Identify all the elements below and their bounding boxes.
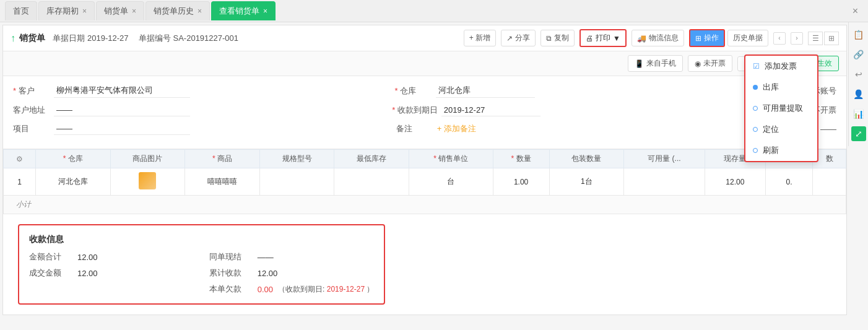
- overdue-note: （收款到期日: 2019-12-27 ）: [278, 284, 374, 295]
- doc-icon: ↑: [11, 33, 15, 44]
- table-section: ⚙ * 仓库 商品图片 * 商品 规格型号 最低库存 * 销售单位 * 数量 包…: [3, 149, 846, 214]
- view-toggle: ☰ ⊞: [808, 32, 839, 45]
- header-bar: ↑ 销货单 单据日期 2019-12-27 单据编号 SA-20191227-0…: [3, 25, 846, 51]
- share-icon: ↗: [506, 34, 513, 43]
- add-note-button[interactable]: + 添加备注: [437, 123, 476, 134]
- row-available: [624, 168, 705, 196]
- tab-inventory-label: 库存期初: [46, 6, 79, 17]
- print-button[interactable]: 🖨 打印 ▼: [579, 29, 627, 47]
- print-dropdown-icon: ▼: [613, 34, 620, 43]
- overdue-value: 0.00: [258, 285, 273, 294]
- tab-sales[interactable]: 销货单 ×: [96, 1, 144, 20]
- settlement-value: ——: [258, 253, 274, 262]
- tab-home[interactable]: 首页: [5, 1, 37, 20]
- col-pack-qty: 包装数量: [549, 150, 624, 168]
- outline-dot-icon-1: [753, 106, 758, 111]
- history-tab[interactable]: 历史单据: [727, 30, 768, 46]
- next-button[interactable]: ›: [791, 32, 803, 45]
- sales-person-value: ——: [820, 124, 836, 134]
- tab-sales-history-label: 销货单历史: [154, 6, 194, 17]
- nav-tabs: ⊞ 操作 历史单据: [689, 29, 768, 47]
- meta-info: 单据日期 2019-12-27 单据编号 SA-20191227-001: [53, 33, 238, 44]
- tab-sales-history[interactable]: 销货单历史 ×: [145, 1, 210, 20]
- row-qty: 1.00: [493, 168, 549, 196]
- position-item[interactable]: 定位: [745, 119, 817, 140]
- transaction-row: 成交金额 12.00: [29, 267, 194, 279]
- spacer: [29, 284, 194, 295]
- col-gear[interactable]: ⚙: [4, 150, 36, 168]
- grid-icon: ⊞: [695, 34, 701, 43]
- sidebar-icon-user[interactable]: 👤: [851, 87, 866, 102]
- operation-tab[interactable]: ⊞ 操作: [689, 29, 725, 47]
- row-warehouse: 河北仓库: [35, 168, 110, 196]
- overdue-date: 2019-12-27: [327, 285, 365, 293]
- note-label: 备注: [396, 123, 433, 134]
- available-qty-item[interactable]: 可用量提取: [745, 98, 817, 119]
- close-all-button[interactable]: ×: [848, 6, 863, 17]
- tab-check-sales[interactable]: 查看销货单 ×: [211, 1, 276, 20]
- project-label: 项目: [13, 123, 50, 134]
- row-unit: 台: [409, 168, 493, 196]
- amount-total-row: 金额合计 12.00: [29, 251, 194, 263]
- tab-sales-label: 销货单: [104, 6, 128, 17]
- overdue-row: 本单欠款 0.00 （收款到期日: 2019-12-27 ）: [209, 284, 375, 295]
- address-group: 客户地址 ——: [13, 104, 392, 116]
- customer-group: * 客户 柳州粤港平安气体有限公司: [13, 84, 395, 98]
- doc-title-text: 销货单: [19, 33, 45, 44]
- phone-icon: 📱: [635, 59, 644, 68]
- sidebar-icon-clipboard[interactable]: 📋: [851, 27, 866, 42]
- truck-icon: 🚚: [637, 34, 646, 43]
- add-invoice-item[interactable]: ☑ 添加发票: [745, 56, 817, 77]
- row-min-stock: [334, 168, 409, 196]
- date-label: 单据日期 2019-12-27: [53, 33, 129, 44]
- payment-date-value: 2019-12-27: [441, 104, 540, 116]
- subtotal-row: 小计: [4, 196, 846, 214]
- payment-date-label: * 收款到期日: [392, 105, 438, 116]
- logistics-button[interactable]: 🚚 物流信息: [631, 30, 684, 46]
- tab-inventory[interactable]: 库存期初 ×: [38, 1, 95, 20]
- available-qty-label: 可用量提取: [763, 103, 803, 114]
- list-view-button[interactable]: ☰: [808, 32, 823, 45]
- tab-check-sales-label: 查看销货单: [219, 6, 259, 17]
- share-button[interactable]: ↗ 分享: [501, 30, 536, 46]
- grid-view-button[interactable]: ⊞: [824, 32, 839, 45]
- table-row: 1 河北仓库 嘻嘻嘻嘻 台 1.00 1台 12.00 0.: [4, 168, 846, 196]
- outline-dot-icon-2: [753, 127, 758, 132]
- tab-sales-history-close[interactable]: ×: [197, 7, 202, 15]
- sidebar-icon-expand[interactable]: ⤢: [851, 126, 866, 141]
- amount-total-label: 金额合计: [29, 251, 72, 263]
- from-phone-button[interactable]: 📱 来自手机: [628, 55, 683, 72]
- col-unit: * 销售单位: [409, 150, 493, 168]
- refresh-label: 刷新: [763, 145, 779, 156]
- project-value: ——: [54, 123, 190, 135]
- settlement-label: 同单现结: [209, 251, 253, 263]
- sidebar-icon-chart[interactable]: 📊: [851, 106, 866, 121]
- tab-check-sales-close[interactable]: ×: [263, 7, 267, 15]
- row-index: 1: [4, 168, 36, 196]
- print-icon: 🖨: [586, 34, 593, 43]
- copy-icon: ⧉: [546, 34, 552, 43]
- copy-button[interactable]: ⧉ 复制: [540, 30, 575, 46]
- row-spec: [259, 168, 334, 196]
- col-image: 商品图片: [110, 150, 185, 168]
- not-open-button[interactable]: ◉ 未开票: [688, 55, 732, 72]
- blue-dot-icon: [753, 85, 758, 90]
- tab-home-label: 首页: [13, 6, 29, 17]
- new-button[interactable]: + 新增: [464, 30, 496, 46]
- right-sidebar: 📋 🔗 ↩ 👤 📊 ⤢: [848, 22, 868, 146]
- tab-inventory-close[interactable]: ×: [82, 7, 87, 15]
- gear-icon[interactable]: ⚙: [16, 155, 23, 163]
- row-price: 0.: [766, 168, 813, 196]
- sidebar-icon-link[interactable]: 🔗: [851, 47, 866, 62]
- tab-sales-close[interactable]: ×: [132, 7, 136, 15]
- refresh-item[interactable]: 刷新: [745, 140, 817, 161]
- row-amount: [813, 168, 846, 196]
- summary-grid: 金额合计 12.00 同单现结 —— 成交金额 12.00 累计收款 12.00: [29, 251, 374, 295]
- note-group: 备注 + 添加备注: [396, 123, 779, 134]
- outbound-item[interactable]: 出库: [745, 77, 817, 98]
- sidebar-icon-undo[interactable]: ↩: [851, 67, 866, 82]
- address-value: ——: [54, 104, 190, 116]
- table-header-row: ⚙ * 仓库 商品图片 * 商品 规格型号 最低库存 * 销售单位 * 数量 包…: [4, 150, 846, 168]
- prev-button[interactable]: ‹: [773, 32, 786, 45]
- settlement-row: 同单现结 ——: [209, 251, 375, 263]
